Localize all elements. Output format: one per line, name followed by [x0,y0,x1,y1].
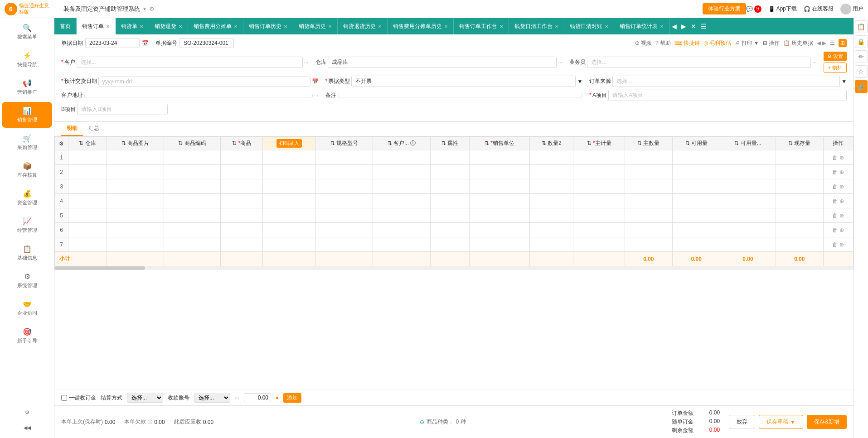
copy-icon[interactable]: ⊕ [839,169,844,175]
tab-sales-expense-history[interactable]: 销售费用分摊单历史 ✕ [388,18,454,34]
tab-sales-return-history[interactable]: 销货退货历史 ✕ [338,18,388,34]
salesperson-dots[interactable]: ··· [812,59,817,66]
col-spec[interactable]: ⇅ 规格型号 [315,137,373,150]
calendar-icon2[interactable]: 📅 [312,78,319,85]
app-download-item[interactable]: 📱 App下载 [768,5,797,13]
history-btn[interactable]: 📋 历史单据 [783,39,813,47]
warehouse-input[interactable]: 成品库 [328,57,557,68]
sidebar-item-marketing[interactable]: 📢 营销推广 [2,74,52,100]
tab-menu[interactable]: ☰ [698,23,709,30]
doc-date-value[interactable]: 2023-03-24 [85,38,140,48]
col-product[interactable]: ⇅ *商品 [221,137,263,150]
help-btn[interactable]: ? 帮助 [655,39,671,47]
calendar-icon[interactable]: 📅 [142,40,149,46]
copy-icon[interactable]: ⊕ [839,212,844,219]
customer-address-input[interactable] [84,94,313,97]
col-main-qty[interactable]: ⇅ 主数量 [625,137,672,150]
sidebar-item-guide[interactable]: 🎯 新手引导 [2,323,52,349]
sidebar-item-purchase[interactable]: 🛒 采购管理 [2,130,52,155]
col-available2[interactable]: ⇅ 可用量... [720,137,776,150]
address-dots[interactable]: ··· [314,92,319,99]
customer-input[interactable]: 选择... [77,57,303,68]
bank-account-select[interactable]: 选择... [194,393,230,403]
tab-close-icon[interactable]: ✕ [328,24,332,29]
tab-home[interactable]: 首页 [54,18,77,34]
copy-icon[interactable]: ⊕ [839,198,844,204]
detail-tab-summary[interactable]: 汇总 [83,122,105,136]
col-customer-code[interactable]: ⇅ 客户... ⓘ [373,137,431,150]
save-new-button[interactable]: 保存&新增 [807,415,847,429]
col-scan[interactable]: 扫码录入 [263,137,316,150]
tab-sales-return[interactable]: 销货退货 ✕ [149,18,188,34]
save-draft-button[interactable]: 保存草稿 ▼ [759,415,803,429]
delete-icon[interactable]: 🗑 [832,241,838,248]
col-main-unit[interactable]: ⇅ *主计量 [573,137,625,150]
preview-btn[interactable]: ⊙ 视频 [635,39,652,47]
tab-sales-expense[interactable]: 销售费用分摊单 ✕ [188,18,243,34]
tab-cash-workbench[interactable]: 钱货日清工作台 ✕ [509,18,564,34]
tab-sales-order[interactable]: 销售订单 ✕ [77,18,116,34]
detail-tab-detail[interactable]: 明细 [61,122,83,136]
quick-payment-checkbox[interactable] [61,395,67,401]
tab-close-icon[interactable]: ✕ [378,24,382,29]
delete-icon[interactable]: 🗑 [832,198,838,204]
dropdown-arrow-icon[interactable]: ▼ [790,419,795,425]
tab-close-all[interactable]: ✕ [689,23,698,30]
tab-sales-stats[interactable]: 销售订单统计表 ✕ [614,18,669,34]
delete-icon[interactable]: 🗑 [832,227,838,233]
user-item[interactable]: 用户 [840,4,863,14]
tab-close-icon[interactable]: ✕ [444,24,448,29]
right-panel-edit[interactable]: ✏ [855,50,868,63]
col-unit[interactable]: ⇅ *销售单位 [469,137,530,150]
scroll-bar-area[interactable] [54,266,853,270]
sidebar-item-basic[interactable]: 📋 基础信息 [2,240,52,266]
delete-icon[interactable]: 🗑 [832,183,838,190]
tab-sales-slip[interactable]: 销货单 ✕ [116,18,149,34]
sidebar-item-search[interactable]: 🔍 搜索菜单 [2,19,52,45]
tab-close-icon[interactable]: ✕ [234,24,238,29]
sidebar-item-operations[interactable]: 📈 经营管理 [2,212,52,238]
salesperson-input[interactable]: 选择... [587,57,811,68]
tab-close-icon[interactable]: ✕ [499,24,503,29]
solution-button[interactable]: 体验行业方案 [703,3,746,14]
scroll-thumb[interactable] [54,266,145,270]
tab-sales-workbench[interactable]: 销售订单工作台 ✕ [454,18,509,34]
view-toggle-list[interactable]: ☰ [830,40,835,46]
delete-icon[interactable]: 🗑 [832,212,838,219]
tab-sales-slip-history[interactable]: 销货单历史 ✕ [293,18,338,34]
col-qty2[interactable]: ⇅ 数量2 [530,137,573,150]
tab-nav-prev[interactable]: ◀ [669,23,679,30]
copy-icon[interactable]: ⊕ [839,241,844,248]
sidebar-item-inventory[interactable]: 📦 库存核算 [2,157,52,183]
col-available[interactable]: ⇅ 可用量 [673,137,720,150]
system-dropdown-icon[interactable]: ▼ [142,6,147,11]
payment-amount-input[interactable] [244,393,271,402]
invoice-type-select[interactable]: 不开票 [351,76,576,87]
right-panel-star[interactable]: ☆ [855,65,868,78]
col-image[interactable]: ⇅ 商品图片 [107,137,164,150]
scan-button[interactable]: 扫码录入 [276,139,302,148]
tab-close-icon[interactable]: ✕ [605,24,608,29]
sidebar-item-system[interactable]: ⚙ 系统管理 [2,268,52,294]
sidebar-settings[interactable]: ⚙ [23,406,32,419]
online-support-item[interactable]: 🎧 在线客服 [804,5,834,13]
shortcut-btn[interactable]: ⌨ 快捷键 [674,39,700,47]
payment-method-select[interactable]: 选择... [127,393,163,403]
warehouse-dots[interactable]: ··· [558,59,563,66]
col-current-stock[interactable]: ⇅ 现存量 [776,137,823,150]
print-btn[interactable]: 🖨 打印 ▼ [735,39,759,47]
settings-btn[interactable]: ⚙ 设置 [824,52,847,61]
right-panel-lock[interactable]: 🔒 [855,35,868,48]
view-toggle-form[interactable]: ⊞ [839,39,847,47]
sidebar-item-collab[interactable]: 🤝 企业协同 [2,295,52,321]
sidebar-item-quicknav[interactable]: ⚡ 快捷导航 [2,47,52,72]
add-material-btn[interactable]: + 物料 [824,63,847,73]
add-payment-btn[interactable]: 添加 [283,393,301,403]
tab-close-icon[interactable]: ✕ [140,24,143,29]
delete-icon[interactable]: 🗑 [832,169,838,175]
right-panel-clipboard[interactable]: 📋 [855,20,868,33]
discard-button[interactable]: 放弃 [729,415,755,429]
order-source-input[interactable]: 选择... [612,76,840,87]
copy-icon[interactable]: ⊕ [839,183,844,190]
col-code[interactable]: ⇅ 商品编码 [164,137,221,150]
